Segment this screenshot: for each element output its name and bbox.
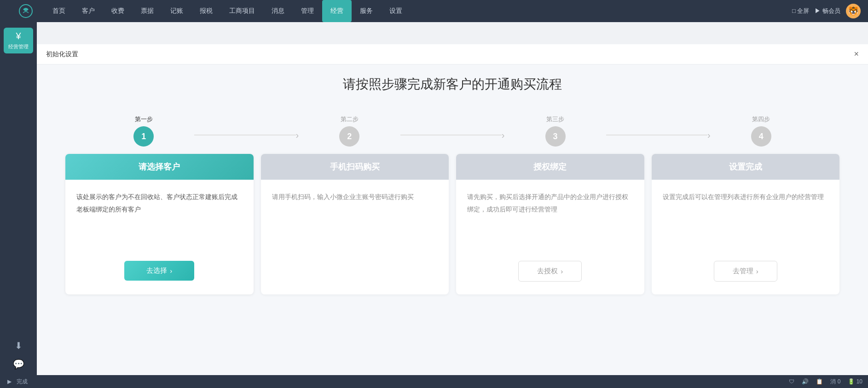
logo-icon (18, 4, 33, 18)
card-1-body: 该处展示的客户为不在回收站、客户状态正常建账后完成老板端绑定的所有客户 (65, 180, 254, 253)
close-button[interactable]: × (854, 49, 859, 59)
card-3: 授权绑定 请先购买，购买后选择开通的产品中的企业用户进行授权绑定，成功后即可进行… (456, 154, 644, 294)
status-text: 完成 (17, 378, 28, 386)
sidebar-item-operation[interactable]: ¥ 经营管理 (4, 28, 33, 53)
card-4-btn-arrow: › (756, 267, 758, 275)
sidebar-support-icon[interactable]: 💬 (13, 359, 24, 370)
card-1-footer: 去选择 › (65, 253, 254, 294)
message-count: 消 0 (830, 378, 840, 386)
arrow-2: › (502, 130, 505, 141)
arrow-3: › (707, 130, 711, 141)
nav-message[interactable]: 消息 (263, 0, 293, 22)
card-3-title: 授权绑定 (533, 161, 567, 172)
nav-settings[interactable]: 设置 (381, 0, 411, 22)
card-2: 手机扫码购买 请用手机扫码，输入小微企业主账号密码进行购买 (261, 154, 449, 294)
step-4-label: 第四步 (752, 115, 770, 123)
card-1-btn-arrow: › (170, 267, 172, 275)
card-2-desc: 请用手机扫码，输入小微企业主账号密码进行购买 (272, 191, 438, 203)
sidebar-item-label: 经营管理 (8, 43, 29, 50)
card-3-btn-arrow: › (561, 267, 563, 275)
clipboard-icon: 📋 (816, 378, 823, 385)
page-title: 初始化设置 (46, 50, 78, 59)
page-header: 初始化设置 × (37, 44, 868, 65)
flow-container: 第一步 1 › 第二步 2 › (52, 115, 853, 294)
card-1-header: 请选择客户 (65, 154, 254, 180)
nav-service[interactable]: 服务 (352, 0, 381, 22)
card-1-title: 请选择客户 (139, 161, 180, 172)
connector-1 (194, 135, 295, 135)
nav-billing[interactable]: 收费 (103, 0, 133, 22)
play-button[interactable]: ▶ (6, 378, 13, 385)
card-1: 请选择客户 该处展示的客户为不在回收站、客户状态正常建账后完成老板端绑定的所有客… (65, 154, 254, 294)
card-4-footer: 去管理 › (652, 253, 840, 294)
content-body: 请按照步骤完成新客户的开通购买流程 第一步 1 › 第二步 (37, 65, 868, 306)
volume-icon: 🔊 (802, 378, 809, 385)
card-4-body: 设置完成后可以在管理列表进行所有企业用户的经营管理 (652, 180, 840, 253)
status-bar: ▶ 完成 🛡 🔊 📋 消 0 🔋 10 (0, 375, 868, 388)
nav-customer[interactable]: 客户 (74, 0, 103, 22)
cards-row: 请选择客户 该处展示的客户为不在回收站、客户状态正常建账后完成老板端绑定的所有客… (65, 154, 839, 294)
shield-icon: 🛡 (789, 378, 794, 385)
step-2-label: 第二步 (341, 115, 359, 123)
nav-items: 首页 客户 收费 票据 记账 报税 工商项目 消息 管理 经营 服务 设置 (44, 0, 792, 22)
arrow-1: › (296, 130, 299, 141)
status-bar-right: 🛡 🔊 📋 消 0 🔋 10 (789, 378, 862, 386)
card-1-desc: 该处展示的客户为不在回收站、客户状态正常建账后完成老板端绑定的所有客户 (76, 191, 243, 215)
fullscreen-btn[interactable]: □ 全屏 (792, 7, 809, 15)
nav-operation[interactable]: 经营 (322, 0, 352, 22)
step-1-label: 第一步 (135, 115, 153, 123)
sidebar: ¥ 经营管理 ⬇ 💬 (0, 22, 37, 375)
connector-2 (400, 135, 502, 135)
card-2-body: 请用手机扫码，输入小微企业主账号密码进行购买 (261, 180, 449, 253)
step-1-circle: 1 (133, 126, 154, 147)
step-3-label: 第三步 (546, 115, 564, 123)
battery-icon: 🔋 10 (848, 378, 862, 385)
nav-tax[interactable]: 报税 (191, 0, 221, 22)
nav-right-area: □ 全屏 ▶ 畅会员 🐯 (792, 4, 861, 18)
card-4-header: 设置完成 (652, 154, 840, 180)
connector-3 (606, 135, 707, 135)
steps-row: 第一步 1 › 第二步 2 › (65, 115, 839, 147)
nav-account[interactable]: 记账 (162, 0, 191, 22)
member-btn[interactable]: ▶ 畅会员 (815, 7, 840, 15)
nav-business[interactable]: 工商项目 (221, 0, 263, 22)
step-4-circle: 4 (751, 126, 771, 147)
nav-invoice[interactable]: 票据 (133, 0, 162, 22)
operation-icon: ¥ (16, 31, 21, 41)
step-3-circle: 3 (545, 126, 566, 147)
card-3-header: 授权绑定 (456, 154, 644, 180)
nav-manage[interactable]: 管理 (293, 0, 322, 22)
sidebar-download-icon[interactable]: ⬇ (15, 340, 23, 351)
card-1-action-btn[interactable]: 去选择 › (124, 261, 194, 281)
main-heading: 请按照步骤完成新客户的开通购买流程 (52, 76, 853, 93)
card-2-header: 手机扫码购买 (261, 154, 449, 180)
step-2-circle: 2 (339, 126, 359, 147)
step-3-header: 第三步 3 (504, 115, 606, 147)
card-3-body: 请先购买，购买后选择开通的产品中的企业用户进行授权绑定，成功后即可进行经营管理 (456, 180, 644, 253)
step-1-header: 第一步 1 (93, 115, 194, 147)
user-avatar[interactable]: 🐯 (846, 4, 861, 18)
sidebar-bottom: ⬇ 💬 (13, 340, 24, 375)
card-4-desc: 设置完成后可以在管理列表进行所有企业用户的经营管理 (663, 191, 829, 203)
step-2-header: 第二步 2 (299, 115, 400, 147)
card-3-footer: 去授权 › (456, 253, 644, 294)
card-4-action-btn: 去管理 › (714, 261, 777, 282)
nav-home[interactable]: 首页 (44, 0, 74, 22)
top-navigation: 首页 客户 收费 票据 记账 报税 工商项目 消息 管理 经营 服务 设置 □ … (0, 0, 868, 22)
card-2-footer (261, 253, 449, 274)
logo-area (7, 4, 44, 18)
card-3-desc: 请先购买，购买后选择开通的产品中的企业用户进行授权绑定，成功后即可进行经营管理 (467, 191, 633, 215)
step-4-header: 第四步 4 (711, 115, 812, 147)
card-2-title: 手机扫码购买 (330, 161, 380, 172)
card-4-title: 设置完成 (729, 161, 762, 172)
card-4: 设置完成 设置完成后可以在管理列表进行所有企业用户的经营管理 去管理 › (652, 154, 840, 294)
main-area: 初始化设置 × 请按照步骤完成新客户的开通购买流程 第一步 1 › (37, 44, 868, 388)
card-3-action-btn: 去授权 › (518, 261, 582, 282)
